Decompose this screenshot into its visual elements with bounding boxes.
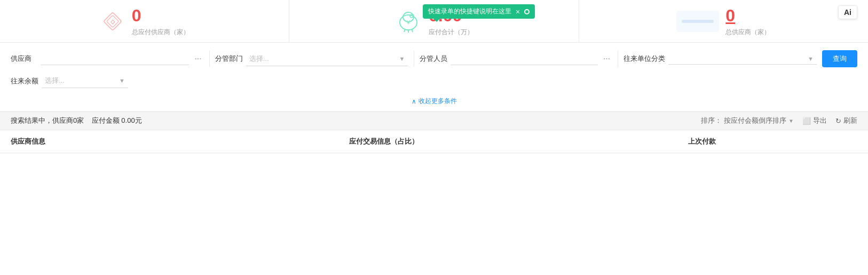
result-separator [86,116,90,124]
stats-bar: ◇ 0 总应付供应商（家） ¥ 0.00 应付合计（万） [0,0,868,43]
diamond-icon: ◇ [100,9,125,34]
person-dots[interactable]: ··· [601,54,612,64]
payable-suppliers-label: 总应付供应商（家） [132,28,190,37]
divider-1 [209,51,210,67]
balance-placeholder: 选择... [45,76,65,85]
sort-label: 排序： [701,116,722,125]
person-label: 分管人员 [420,54,447,64]
payable-total-label: 应付合计（万） [429,28,474,37]
tooltip-text: 快速录单的快捷键说明在这里 [428,7,511,16]
result-actions: 排序： 按应付会额倒序排序 ▼ ⬜ 导出 ↻ 刷新 [701,116,857,125]
tooltip-close-btn[interactable]: × [516,8,520,15]
dept-label: 分管部门 [215,54,243,64]
divider-3 [618,51,618,67]
balance-select[interactable]: 选择... ▼ [42,74,128,88]
export-icon: ⬜ [802,117,811,125]
result-info: 搜索结果中，供应商0家 应付金额 0.00元 [11,116,142,125]
export-label: 导出 [813,116,827,125]
table-body [0,153,868,275]
result-bar: 搜索结果中，供应商0家 应付金额 0.00元 排序： 按应付会额倒序排序 ▼ ⬜… [0,112,868,130]
col-lastpay-header: 上次付款 [688,137,857,146]
svg-text:◇: ◇ [111,18,115,25]
category-chevron-icon: ▼ [808,56,814,62]
export-button[interactable]: ⬜ 导出 [802,116,827,125]
balance-label: 往来余额 [11,76,38,86]
svg-text:¥: ¥ [406,20,410,26]
stat-payable-suppliers: ◇ 0 总应付供应商（家） [0,0,289,42]
filter-balance: 往来余额 选择... ▼ [11,74,128,88]
stat-total-suppliers: 0 总供应商（家） Ai [579,0,868,42]
search-button[interactable]: 查询 [822,50,857,67]
col-transaction-header: 应付交易信息（占比） [349,137,688,146]
supplier-dots[interactable]: ··· [192,54,203,64]
sort-option: 按应付会额倒序排序 [724,116,786,125]
collapse-label: 收起更多条件 [419,97,457,106]
refresh-button[interactable]: ↻ 刷新 [835,116,857,125]
dept-chevron-icon: ▼ [399,56,405,62]
category-label: 往来单位分类 [624,54,665,64]
divider-2 [414,51,414,67]
total-suppliers-number: 0 [725,5,770,26]
dept-placeholder: 选择... [249,54,269,64]
sort-chevron-icon: ▼ [788,118,794,124]
collapse-button[interactable]: ∧ 收起更多条件 [412,97,457,106]
filter-bar: 供应商 ··· 分管部门 选择... ▼ 分管人员 ··· 往来单位分类 [0,43,868,112]
dept-select[interactable]: 选择... ▼ [246,52,408,66]
result-text: 搜索结果中，供应商0家 [11,116,84,124]
balance-chevron-icon: ▼ [119,77,125,84]
filter-supplier: 供应商 ··· [11,52,204,65]
filter-row-1: 供应商 ··· 分管部门 选择... ▼ 分管人员 ··· 往来单位分类 [11,50,857,67]
filter-row-2: 往来余额 选择... ▼ [11,74,857,88]
col-supplier-header: 供应商信息 [11,137,349,146]
collapse-up-icon: ∧ [412,98,416,105]
supplier-label: 供应商 [11,54,37,64]
result-amount: 应付金额 0.00元 [92,116,142,124]
filter-person: 分管人员 ··· [420,52,613,65]
table-header: 供应商信息 应付交易信息（占比） 上次付款 [0,130,868,153]
stat-payable-total: ¥ 0.00 应付合计（万） 快速录单的快捷键说明在这里 × [289,0,579,42]
piggy-icon: ¥ [394,7,422,35]
tooltip-dot [524,9,530,14]
filter-category: 往来单位分类 ▼ [624,53,817,65]
collapse-row: ∧ 收起更多条件 [11,95,857,111]
category-select[interactable]: ▼ [668,53,817,65]
refresh-label: 刷新 [843,116,857,125]
ai-badge[interactable]: Ai [838,5,857,19]
tooltip-bubble: 快速录单的快捷键说明在这里 × [423,4,535,19]
total-suppliers-label: 总供应商（家） [725,28,770,37]
sort-select[interactable]: 排序： 按应付会额倒序排序 ▼ [701,116,794,125]
payable-suppliers-number: 0 [132,5,190,26]
refresh-icon: ↻ [835,117,841,125]
person-input[interactable] [451,52,598,65]
filter-dept: 分管部门 选择... ▼ [215,52,408,66]
supplier-input[interactable] [41,52,189,65]
